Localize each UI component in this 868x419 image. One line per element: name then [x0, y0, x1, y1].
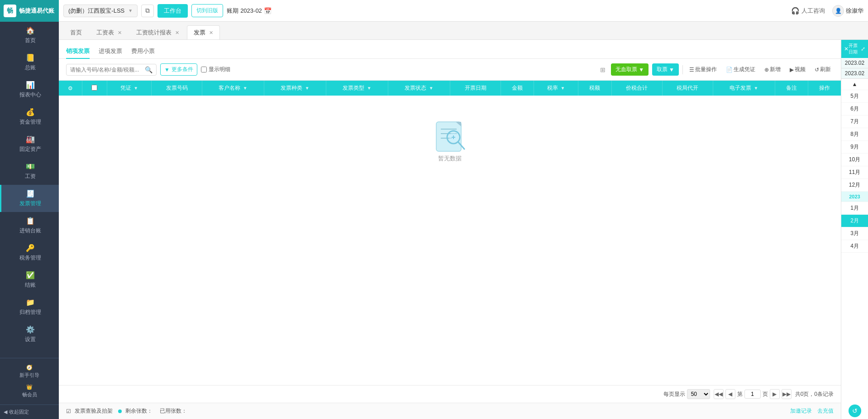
tab-home[interactable]: 首页: [63, 25, 89, 39]
company-selector[interactable]: (勿删）江西股宝-LSS ▼: [63, 5, 138, 17]
reports-icon: 📊: [26, 81, 35, 89]
sidebar-item-sales-ledger[interactable]: 📋 进销台账: [0, 212, 59, 239]
rp-close-icon[interactable]: ✕: [844, 46, 849, 52]
rp-footer-icon: ↺: [852, 407, 858, 414]
tax-rate-filter-icon[interactable]: ▼: [561, 86, 565, 91]
sidebar-item-closing[interactable]: ✅ 结账: [0, 266, 59, 294]
rp-date-row-1[interactable]: 2023.02: [841, 58, 868, 68]
search-input[interactable]: [70, 67, 145, 73]
search-icon[interactable]: 🔍: [145, 66, 153, 73]
new-button[interactable]: ⊕ 新增: [762, 64, 783, 75]
sidebar-item-general-ledger[interactable]: 📒 总账: [0, 49, 59, 76]
rp-month-2022-06[interactable]: 6月: [841, 103, 868, 116]
sidebar-item-funds[interactable]: 💰 资金管理: [0, 103, 59, 130]
sidebar-item-payroll[interactable]: 💵 工资: [0, 158, 59, 185]
sidebar-toggle[interactable]: ◀ 收起固定: [0, 405, 59, 419]
tab-payroll-stats[interactable]: 工资统计报表 ✕: [129, 25, 186, 39]
th-settings[interactable]: ⚙: [59, 81, 82, 96]
main-content: (勿删）江西股宝-LSS ▼ ⧉ 工作台 切到旧版 账期 2023-02 📅 🎧…: [59, 0, 868, 419]
go-right-link[interactable]: 去充值: [817, 407, 834, 415]
rp-month-2022-05[interactable]: 5月: [841, 90, 868, 103]
user-menu[interactable]: 👤 徐溆华: [832, 5, 863, 17]
sidebar-item-archive[interactable]: 📁 归档管理: [0, 294, 59, 321]
sub-tab-expense-receipt[interactable]: 费用小票: [131, 44, 155, 59]
voucher-filter-icon[interactable]: ▼: [134, 86, 138, 91]
filter-label: 更多条件: [172, 66, 193, 73]
table-settings-icon: ⚙: [68, 85, 73, 92]
take-arrow-icon: ▼: [669, 67, 674, 73]
gen-voucher-button[interactable]: 📄 生成凭证: [723, 64, 758, 75]
rp-footer-action-btn[interactable]: ↺: [849, 405, 861, 417]
tax-icon: 🔑: [26, 244, 35, 252]
grid-view-icon[interactable]: ⊞: [598, 64, 607, 75]
sidebar-item-home[interactable]: 🏠 首页: [0, 22, 59, 49]
sidebar-item-reports[interactable]: 📊 报表中心: [0, 76, 59, 103]
rp-year-2023-text: 2023: [849, 194, 860, 199]
sidebar-item-guide[interactable]: 🧭 新手引导: [4, 362, 55, 381]
footer-bar-right: 加邀记录 去充值: [790, 407, 834, 415]
rp-month-2022-11[interactable]: 11月: [841, 166, 868, 179]
tab-payroll-table[interactable]: 工资表 ✕: [90, 25, 129, 39]
invoice-status-filter-icon[interactable]: ▼: [429, 86, 434, 91]
first-page-button[interactable]: ◀◀: [714, 389, 724, 399]
show-detail-checkbox[interactable]: [201, 67, 207, 72]
batch-ops-button[interactable]: ☰ 批量操作: [687, 64, 720, 75]
rp-month-2022-07[interactable]: 7月: [841, 116, 868, 128]
select-all-checkbox[interactable]: [91, 85, 97, 91]
video-button[interactable]: ▶ 视频: [787, 64, 808, 75]
rp-date-row-2[interactable]: 2023.02: [841, 68, 868, 79]
workspace-button[interactable]: 工作台: [157, 4, 188, 18]
sub-tab-sales-invoice[interactable]: 销项发票: [66, 44, 90, 59]
rp-month-2022-08[interactable]: 8月: [841, 128, 868, 141]
tab-payroll-stats-close[interactable]: ✕: [175, 30, 179, 36]
rp-month-2023-02[interactable]: 2月: [841, 215, 868, 227]
take-button[interactable]: 取票 ▼: [652, 63, 679, 76]
sidebar-item-tax-mgmt[interactable]: 🔑 税务管理: [0, 239, 59, 266]
last-page-button[interactable]: ▶▶: [782, 389, 792, 399]
next-page-button[interactable]: ▶: [770, 389, 780, 399]
add-account-link[interactable]: 加邀记录: [790, 407, 812, 415]
old-version-button[interactable]: 切到旧版: [191, 4, 223, 17]
copy-button[interactable]: ⧉: [141, 5, 154, 17]
th-checkbox[interactable]: [82, 81, 107, 96]
sidebar-item-settings[interactable]: ⚙️ 设置: [0, 321, 59, 348]
logo-icon: 畅: [4, 5, 16, 17]
rp-year-nav-up[interactable]: ▲: [841, 79, 868, 90]
rp-month-2023-01[interactable]: 1月: [841, 202, 868, 215]
invoice-type-filter-icon[interactable]: ▼: [305, 86, 310, 91]
current-page-input[interactable]: [744, 390, 761, 399]
rp-month-2022-10[interactable]: 10月: [841, 154, 868, 166]
guide-icon: 🧭: [26, 365, 33, 371]
calendar-icon: 📅: [264, 7, 272, 14]
rp-month-2022-09[interactable]: 9月: [841, 141, 868, 154]
sidebar-item-label: 报表中心: [19, 91, 41, 99]
page-size-dropdown[interactable]: 50 10 20 100: [687, 389, 710, 399]
tab-payroll-table-close[interactable]: ✕: [118, 30, 122, 36]
sub-tab-purchase-invoice[interactable]: 进项发票: [99, 44, 122, 59]
refresh-button[interactable]: ↺ 刷新: [812, 64, 834, 75]
sidebar-item-member[interactable]: 👑 畅会员: [4, 381, 55, 401]
rp-month-2023-03[interactable]: 3月: [841, 227, 868, 240]
th-invoice-no: 发票号码: [151, 81, 202, 96]
footer-bar: ☑ 发票查验及抬架 剩余张数： 已用张数： 加邀记录 去充值: [59, 403, 841, 419]
customer-filter-icon[interactable]: ▼: [243, 86, 248, 91]
rp-month-2022-12[interactable]: 12月: [841, 179, 868, 192]
no-voucher-button[interactable]: 无血取票 ▼: [611, 63, 649, 76]
rp-expand-icon[interactable]: ⤢: [861, 46, 865, 52]
rp-month-2023-04[interactable]: 4月: [841, 240, 868, 253]
take-label: 取票: [657, 66, 668, 73]
e-invoice-filter-icon[interactable]: ▼: [754, 86, 758, 91]
sidebar-item-fixed-assets[interactable]: 🏭 固定资产: [0, 130, 59, 158]
filter-button[interactable]: ▼ 更多条件: [160, 63, 197, 76]
rp-month-label: 1月: [850, 204, 859, 212]
avatar: 👤: [832, 5, 844, 17]
prev-page-button[interactable]: ◀: [725, 389, 735, 399]
tab-invoice[interactable]: 发票 ✕: [187, 25, 220, 39]
service-button[interactable]: 🎧 人工咨询: [791, 7, 825, 15]
page-label-after: 页: [763, 390, 768, 398]
tab-invoice-close[interactable]: ✕: [209, 30, 213, 36]
invoice-mgmt-icon: 🧾: [26, 189, 35, 198]
invoice-category-filter-icon[interactable]: ▼: [367, 86, 372, 91]
th-tax-total: 价税合计: [611, 81, 662, 96]
sidebar-item-invoice-mgmt[interactable]: 🧾 发票管理: [0, 185, 59, 212]
